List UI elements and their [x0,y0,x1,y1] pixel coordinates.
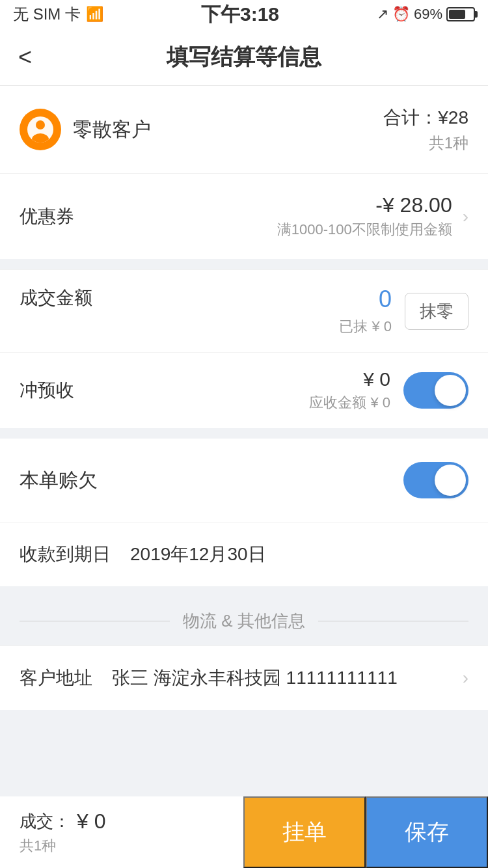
battery-percent: 69% [414,6,442,23]
nav-bar: < 填写结算等信息 [0,29,488,86]
address-section: 客户地址 张三 海淀永丰科技园 11111111111 › [0,645,488,710]
wifi-icon: 📶 [86,6,103,23]
divider-line-left [20,621,170,621]
discount-value: -¥ 28.00 [277,193,452,217]
customer-row: 零散客户 合计：¥28 共1种 [0,86,488,173]
prepay-row: 冲预收 ¥ 0 应收金额 ¥ 0 [0,352,488,428]
customer-section: 零散客户 合计：¥28 共1种 优惠券 -¥ 28.00 满1000-100不限… [0,86,488,259]
prepay-label: 冲预收 [20,378,74,403]
bottom-count: 共1种 [20,836,224,856]
due-date-value: 2019年12月30日 [130,542,266,567]
save-button[interactable]: 保存 [366,796,488,868]
hang-button[interactable]: 挂单 [243,796,366,868]
status-right: ↗ ⏰ 69% [377,6,475,23]
page-title: 填写结算等信息 [167,42,321,72]
discount-label: 优惠券 [20,204,74,229]
bottom-deal: 成交： ¥ 0 [20,809,224,834]
divider-line-right [318,621,468,621]
deal-amount: ¥ 0 [77,809,105,834]
credit-section: 本单赊欠 收款到期日 2019年12月30日 [0,439,488,586]
chevron-right-icon: › [463,206,468,227]
prepay-toggle[interactable] [403,372,468,409]
transaction-label: 成交金额 [20,286,92,310]
discount-row[interactable]: 优惠券 -¥ 28.00 满1000-100不限制使用金额 › [0,173,488,259]
round-off-button[interactable]: 抹零 [405,293,468,330]
credit-label: 本单赊欠 [20,467,98,494]
status-bar: 无 SIM 卡 📶 下午3:18 ↗ ⏰ 69% [0,0,488,29]
avatar-inner [27,116,53,142]
transaction-right: 0 已抹 ¥ 0 抹零 [339,286,468,336]
prepay-right: ¥ 0 应收金额 ¥ 0 [309,368,468,413]
customer-left: 零散客户 [20,109,151,150]
location-icon: ↗ [377,6,388,23]
customer-name: 零散客户 [73,116,151,143]
address-row[interactable]: 客户地址 张三 海淀永丰科技园 11111111111 › [0,645,488,710]
total-amount: 合计：¥28 [383,105,468,130]
toggle-knob [435,375,466,406]
due-date-row[interactable]: 收款到期日 2019年12月30日 [0,522,488,586]
transaction-section: 成交金额 0 已抹 ¥ 0 抹零 冲预收 ¥ 0 应收金额 ¥ 0 [0,269,488,428]
carrier-label: 无 SIM 卡 [13,4,81,25]
credit-toggle[interactable] [403,462,468,498]
customer-right: 合计：¥28 共1种 [383,105,468,154]
prepay-value-block: ¥ 0 应收金额 ¥ 0 [309,368,390,413]
alarm-icon: ⏰ [392,6,410,23]
discount-right: -¥ 28.00 满1000-100不限制使用金额 › [277,193,468,239]
transaction-value-block: 0 已抹 ¥ 0 [339,286,392,336]
battery-icon [446,7,475,21]
transaction-value: 0 [339,286,392,313]
bottom-left: 成交： ¥ 0 共1种 [0,809,243,856]
status-left: 无 SIM 卡 📶 [13,4,103,25]
logistics-divider: 物流 & 其他信息 [0,597,488,645]
bottom-bar: 成交： ¥ 0 共1种 挂单 保存 [0,796,488,868]
logistics-label: 物流 & 其他信息 [183,610,305,632]
avatar [20,109,61,150]
discount-sub: 满1000-100不限制使用金额 [277,220,452,239]
address-chevron-icon: › [463,668,468,688]
credit-toggle-knob [435,465,466,496]
prepay-sub-value: 应收金额 ¥ 0 [309,393,390,413]
prepay-main-value: ¥ 0 [309,368,390,390]
main-content: 零散客户 合计：¥28 共1种 优惠券 -¥ 28.00 满1000-100不限… [0,86,488,798]
status-time: 下午3:18 [201,1,279,28]
due-date-label: 收款到期日 [20,542,111,567]
battery-fill [449,10,465,19]
back-button[interactable]: < [18,44,32,71]
address-value: 张三 海淀永丰科技园 11111111111 [112,666,443,690]
total-count: 共1种 [383,133,468,154]
transaction-row: 成交金额 0 已抹 ¥ 0 抹零 [0,269,488,352]
address-label: 客户地址 [20,666,92,690]
credit-row: 本单赊欠 [0,439,488,522]
transaction-sub: 已抹 ¥ 0 [339,317,392,336]
discount-value-block: -¥ 28.00 满1000-100不限制使用金额 [277,193,452,239]
deal-label: 成交： [20,810,70,833]
